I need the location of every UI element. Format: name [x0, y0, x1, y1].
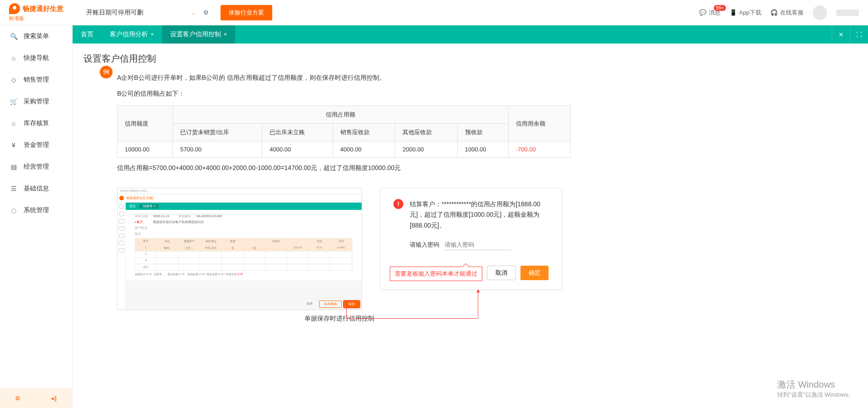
messages-badge: 99+ — [714, 5, 726, 11]
sidebar-label: 经营管理 — [24, 163, 49, 171]
tab-credit-settings[interactable]: 设置客户信用控制× — [162, 25, 235, 44]
close-icon[interactable]: × — [224, 31, 227, 38]
system-icon: ◌ — [9, 206, 18, 215]
sidebar-item-search[interactable]: 🔍搜索菜单 — [0, 25, 72, 47]
close-all-tabs[interactable]: ✕ — [832, 25, 850, 44]
th-balance: 信用用余额 — [508, 106, 570, 141]
cell-balance: -700.00 — [508, 141, 570, 158]
sidebar-footer: ⚙ ◂∥ — [0, 388, 72, 408]
fullscreen-button[interactable]: ⛶ — [850, 25, 868, 44]
sidebar-label: 快捷导航 — [24, 54, 49, 62]
th-sub3: 销售应收款 — [333, 124, 395, 141]
cell-c4: 2000.00 — [395, 141, 457, 158]
cell-c3: 4000.00 — [333, 141, 395, 158]
table-row: 10000.00 5700.00 4000.00 4000.00 2000.00… — [118, 141, 571, 158]
sidebar-label: 基础信息 — [24, 185, 49, 193]
sidebar-item-purchase[interactable]: 🛒采购管理 — [0, 91, 72, 112]
formula-text: 信用占用额=5700.00+4000.00+4000.00+2000.00-10… — [117, 162, 850, 174]
home-icon: ⌂ — [9, 53, 18, 63]
money-icon: ¥ — [9, 141, 18, 150]
user-name-placeholder — [836, 10, 859, 16]
user-avatar[interactable] — [813, 5, 827, 20]
sales-order-screenshot: cloud.chanjet.com/... 畅捷通好生意 [2版] 首页 销货单… — [117, 188, 362, 310]
headset-icon: 🎧 — [770, 9, 778, 16]
chevron-down-icon: ⌵ — [192, 10, 195, 16]
report-icon: ▤ — [9, 162, 18, 171]
app-download-link[interactable]: 📱 App下载 — [730, 9, 761, 17]
sidebar-label: 资金管理 — [24, 141, 49, 149]
sidebar-label: 采购管理 — [24, 97, 49, 106]
connector-line — [346, 300, 347, 318]
th-sub2: 已出库未立账 — [262, 124, 333, 141]
sidebar-item-funds[interactable]: ¥资金管理 — [0, 134, 72, 156]
brand-edition: 标准版 — [9, 15, 24, 22]
info-icon: ☰ — [9, 184, 18, 193]
th-sub1: 已订货未销货/出库 — [173, 124, 262, 141]
brand-name: 畅捷通好生意 — [23, 5, 64, 13]
connector-line — [346, 318, 478, 319]
cancel-button[interactable]: 取消 — [487, 266, 516, 280]
support-link[interactable]: 🎧 在线客服 — [770, 9, 804, 17]
password-input[interactable] — [444, 239, 512, 250]
phone-icon: 📱 — [730, 9, 737, 16]
sidebar-item-quicknav[interactable]: ⌂快捷导航 — [0, 47, 72, 69]
th-occupy: 信用占用额 — [173, 106, 508, 124]
example-badge: 例 — [100, 66, 113, 78]
sidebar: 🔍搜索菜单 ⌂快捷导航 ◇销售管理 🛒采购管理 ⌂库存核算 ¥资金管理 ▤经营管… — [0, 25, 73, 408]
sidebar-item-basedata[interactable]: ☰基础信息 — [0, 178, 72, 199]
th-sub4: 其他应收款 — [395, 124, 457, 141]
password-label: 请输入密码 — [410, 241, 439, 249]
account-period-dropdown[interactable]: 开账日期可停用可删 ⌵ — [86, 9, 195, 17]
sidebar-item-operations[interactable]: ▤经营管理 — [0, 156, 72, 178]
cell-c5: 1000.00 — [457, 141, 508, 158]
credit-table: 信用额度 信用占用额 信用用余额 已订货未销货/出库 已出库未立账 销售应收款 … — [117, 106, 571, 158]
collapse-icon[interactable]: ◂∥ — [51, 395, 57, 402]
cart-icon: 🛒 — [9, 97, 18, 106]
cell-c1: 5700.00 — [173, 141, 262, 158]
tab-credit-analysis[interactable]: 客户信用分析× — [102, 25, 162, 44]
ok-button[interactable]: 确定 — [520, 266, 549, 280]
password-callout: 需要老板输入密码本单才能通过 — [390, 267, 482, 281]
tab-label: 设置客户信用控制 — [170, 30, 221, 39]
page-title: 设置客户信用控制 — [73, 44, 868, 72]
warning-icon: ! — [393, 199, 403, 209]
dialog-message: 结算客户：************的信用占用额为[1888.00元]，超过了信用… — [410, 199, 549, 231]
gear-icon: ⚙ — [203, 9, 209, 16]
sidebar-label: 销售管理 — [24, 76, 49, 84]
settings-icon[interactable]: ⚙ — [15, 395, 20, 402]
brand-logo: 畅捷通好生意 标准版 — [9, 3, 73, 22]
sidebar-item-system[interactable]: ◌系统管理 — [0, 199, 72, 221]
cta-button[interactable]: 体验行业方案 — [221, 5, 272, 20]
mock-url: cloud.chanjet.com/... — [118, 188, 362, 194]
messages-link[interactable]: 💬 消息 99+ — [699, 9, 721, 17]
support-label: 在线客服 — [780, 9, 804, 17]
connector-line — [478, 290, 478, 318]
tab-label: 首页 — [81, 30, 93, 39]
sidebar-label: 库存核算 — [24, 119, 49, 127]
settings-button[interactable]: ⚙ — [200, 6, 212, 19]
credit-warning-dialog: ! 结算客户：************的信用占用额为[1888.00元]，超过了… — [380, 188, 562, 290]
search-icon: 🔍 — [9, 32, 18, 41]
cell-limit: 10000.00 — [118, 141, 173, 158]
illustration-caption: 单据保存时进行信用控制 — [117, 315, 562, 323]
sidebar-label: 系统管理 — [24, 206, 49, 214]
chat-icon: 💬 — [699, 9, 706, 16]
content-scroll[interactable]: 设置客户信用控制 例 A企对B公司进行开单时，如果B公司的 信用占用额超过了信用… — [73, 44, 868, 408]
tag-icon: ◇ — [9, 75, 18, 84]
app-download-label: App下载 — [739, 9, 761, 17]
example-subline: B公司的信用额占如下： — [117, 88, 850, 99]
sidebar-item-inventory[interactable]: ⌂库存核算 — [0, 112, 72, 134]
logo-icon — [9, 3, 20, 14]
example-description: A企对B公司进行开单时，如果B公司的 信用占用额超过了信用额度，则在保存时进行信… — [117, 72, 386, 83]
th-credit-limit: 信用额度 — [118, 106, 173, 141]
sidebar-item-sales[interactable]: ◇销售管理 — [0, 69, 72, 91]
tab-label: 客户信用分析 — [110, 30, 148, 39]
sidebar-label: 搜索菜单 — [24, 32, 49, 40]
warehouse-icon: ⌂ — [9, 119, 18, 128]
close-icon[interactable]: × — [151, 31, 154, 38]
tabs-bar: 首页 客户信用分析× 设置客户信用控制× ✕ ⛶ — [73, 25, 868, 44]
tab-home[interactable]: 首页 — [73, 25, 102, 44]
arrow-head-icon: ▲ — [476, 287, 481, 294]
dropdown-label: 开账日期可停用可删 — [86, 9, 143, 17]
th-sub5: 预收款 — [457, 124, 508, 141]
